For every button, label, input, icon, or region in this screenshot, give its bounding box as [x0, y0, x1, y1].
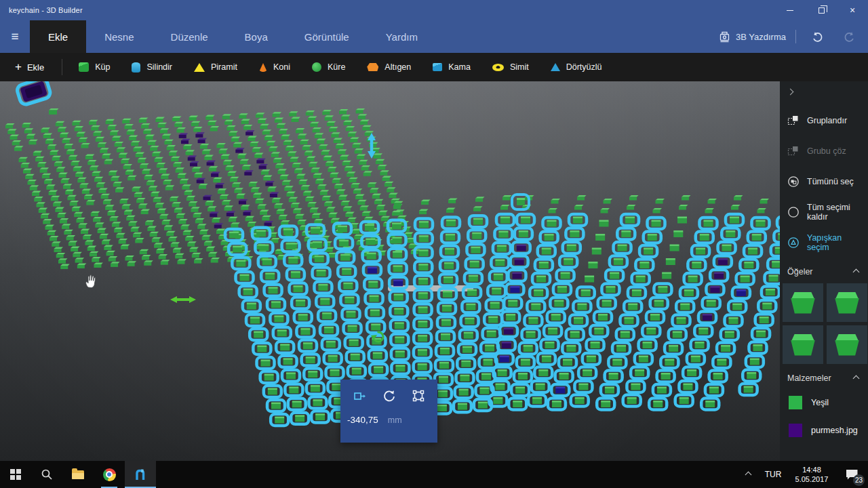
taskbar-chrome-button[interactable]: [94, 461, 125, 488]
minimize-icon: [787, 10, 793, 11]
tray-expand-button[interactable]: [738, 461, 758, 488]
tab-boya[interactable]: Boya: [226, 20, 286, 53]
scale-tool-button[interactable]: [412, 389, 425, 403]
scale-icon: [412, 389, 425, 403]
sphere-icon: [312, 62, 321, 72]
minimize-button[interactable]: [774, 0, 806, 20]
tab-ekle[interactable]: Ekle: [30, 20, 86, 53]
purple-material-swatch: [789, 424, 802, 437]
toolbar-shape-dortyuzlu[interactable]: Dörtyüzlü: [540, 62, 613, 72]
material-yesil[interactable]: Yeşil: [780, 388, 868, 416]
tab-duzenle[interactable]: Düzenle: [153, 20, 226, 53]
items-thumbnail-grid: [780, 282, 868, 364]
toolbar-shape-kup[interactable]: Küp: [68, 62, 121, 72]
item-thumbnail[interactable]: [827, 283, 867, 322]
system-tray: TUR 14:48 5.05.2017 23: [738, 461, 868, 488]
items-section-header[interactable]: Öğeler: [780, 258, 868, 282]
shape-label: Simit: [510, 62, 529, 72]
transform-panel: -340,75 mm: [340, 380, 437, 443]
notification-button[interactable]: 23: [835, 461, 868, 488]
tetrahedron-icon: [551, 63, 560, 71]
action-label: Grubu çöz: [807, 146, 846, 156]
taskbar-3dbuilder-button[interactable]: [125, 461, 156, 488]
action-label: Tümünü seç: [807, 177, 854, 186]
3d-print-button[interactable]: 3B Yazdırma: [719, 31, 786, 43]
sticky-selection-button[interactable]: Yapışkan seçim: [780, 227, 868, 258]
add-label: Ekle: [27, 62, 44, 73]
toolbar-shape-kure[interactable]: Küre: [301, 62, 356, 72]
taskbar-explorer-button[interactable]: [62, 461, 94, 488]
chevron-up-icon: [853, 375, 860, 382]
language-indicator[interactable]: TUR: [758, 461, 788, 488]
shape-label: Küp: [95, 62, 110, 72]
3d-printer-icon: [719, 31, 730, 43]
materials-section-header[interactable]: Malzemeler: [780, 364, 868, 388]
pyramid-icon: [194, 63, 205, 72]
shape-toolbar: + Ekle Küp Silindir Piramit Koni Küre Al…: [0, 53, 868, 81]
items-title: Öğeler: [787, 267, 813, 277]
transform-unit-label: mm: [388, 415, 402, 425]
tab-nesne[interactable]: Nesne: [86, 20, 152, 53]
hamburger-menu-button[interactable]: ≡: [0, 20, 30, 53]
redo-button[interactable]: [838, 30, 861, 43]
shape-label: Altıgen: [384, 62, 411, 72]
deselect-icon: [787, 206, 800, 218]
move-icon: [353, 389, 366, 403]
ungroup-button[interactable]: Grubu çöz: [780, 136, 868, 166]
transform-value-input[interactable]: -340,75: [347, 415, 378, 425]
viewport-3d[interactable]: -340,75 mm: [0, 81, 780, 461]
clock[interactable]: 14:48 5.05.2017: [788, 461, 835, 488]
chevron-up-icon: [853, 268, 860, 275]
tab-yardim[interactable]: Yardım: [368, 20, 436, 53]
action-label: Gruplandır: [807, 116, 847, 125]
toolbar-shape-piramit[interactable]: Piramit: [183, 62, 248, 72]
close-button[interactable]: ×: [837, 0, 868, 20]
menu-separator: [795, 30, 796, 43]
cylinder-icon: [132, 62, 140, 73]
toolbar-shape-simit[interactable]: Simit: [481, 62, 540, 72]
hand-cursor: [83, 273, 99, 289]
shape-label: Dörtyüzlü: [566, 62, 602, 72]
time-label: 14:48: [802, 465, 821, 474]
undo-button[interactable]: [806, 30, 829, 43]
material-purmesh[interactable]: purmesh.jpg: [780, 416, 868, 444]
toolbar-shape-silindir[interactable]: Silindir: [121, 62, 183, 73]
taskbar-search-button[interactable]: [31, 461, 62, 488]
hexagon-icon: [367, 63, 378, 71]
item-thumbnail[interactable]: [783, 325, 823, 364]
start-button[interactable]: [0, 461, 31, 488]
shape-label: Kama: [448, 62, 471, 72]
select-all-button[interactable]: Tümünü seç: [780, 166, 868, 197]
deselect-all-button[interactable]: Tüm seçimi kaldır: [780, 197, 868, 227]
plus-icon: +: [15, 60, 22, 74]
toolbar-shape-kama[interactable]: Kama: [422, 62, 481, 72]
move-tool-button[interactable]: [353, 389, 366, 403]
item-thumbnail[interactable]: [827, 325, 867, 364]
sidebar-collapse-button[interactable]: [780, 81, 793, 94]
rotate-icon: [382, 389, 396, 403]
toolbar-shape-koni[interactable]: Koni: [248, 62, 301, 72]
redo-icon: [844, 30, 856, 43]
windows-taskbar: TUR 14:48 5.05.2017 23: [0, 461, 868, 488]
toolbar-shape-altigen[interactable]: Altıgen: [356, 62, 422, 72]
search-icon: [41, 468, 53, 481]
chrome-icon: [103, 468, 116, 481]
cone-icon: [259, 63, 267, 72]
group-button[interactable]: Gruplandır: [780, 105, 868, 136]
material-label: purmesh.jpg: [811, 426, 858, 435]
hamburger-icon: ≡: [11, 29, 18, 43]
shape-label: Koni: [273, 62, 290, 72]
selection-actions: Gruplandır Grubu çöz Tümünü seç: [780, 105, 868, 258]
restore-button[interactable]: [806, 0, 837, 20]
item-thumbnail[interactable]: [783, 283, 823, 322]
3d-builder-window: keychain - 3D Builder × ≡ Ekle Nesne Düz…: [0, 0, 868, 488]
add-button[interactable]: + Ekle: [0, 60, 56, 74]
menu-bar: ≡ Ekle Nesne Düzenle Boya Görüntüle Yard…: [0, 20, 868, 53]
action-label: Tüm seçimi kaldır: [807, 203, 864, 222]
tab-goruntule[interactable]: Görüntüle: [286, 20, 368, 53]
rotate-tool-button[interactable]: [382, 389, 396, 403]
undo-icon: [811, 30, 823, 43]
material-label: Yeşil: [811, 398, 829, 407]
torus-icon: [492, 64, 504, 71]
notification-badge: 23: [853, 474, 865, 486]
